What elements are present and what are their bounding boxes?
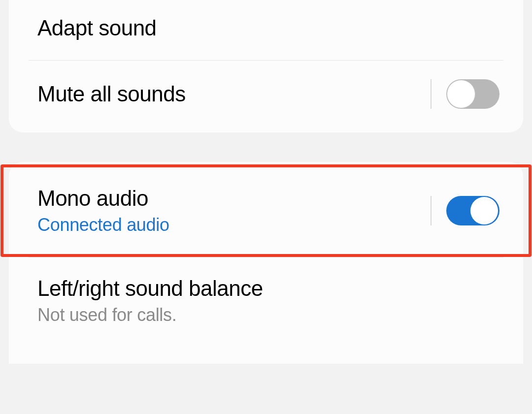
- mute-all-sounds-toggle[interactable]: [446, 79, 499, 109]
- toggle-knob: [447, 80, 475, 108]
- adapt-sound-title: Adapt sound: [37, 16, 499, 40]
- mono-audio-row[interactable]: Mono audio Connected audio: [3, 167, 529, 254]
- toggle-wrap: [431, 196, 499, 225]
- toggle-knob: [470, 196, 499, 225]
- vertical-divider: [431, 79, 432, 109]
- sound-balance-row[interactable]: Left/right sound balance Not used for ca…: [9, 257, 523, 344]
- row-content: Mute all sounds: [37, 82, 431, 106]
- mono-audio-title: Mono audio: [37, 186, 431, 211]
- mute-all-sounds-title: Mute all sounds: [37, 82, 431, 106]
- sound-balance-title: Left/right sound balance: [37, 276, 499, 301]
- settings-section-bottom: Mono audio Connected audio Left/right so…: [9, 162, 523, 364]
- mono-audio-subtitle: Connected audio: [37, 215, 431, 235]
- toggle-wrap: [431, 79, 499, 109]
- row-content: Left/right sound balance Not used for ca…: [37, 276, 499, 325]
- row-content: Adapt sound: [37, 16, 499, 40]
- vertical-divider: [431, 196, 432, 225]
- settings-section-top: Adapt sound Mute all sounds: [9, 0, 523, 132]
- adapt-sound-row[interactable]: Adapt sound: [9, 0, 523, 60]
- highlight-box: Mono audio Connected audio: [0, 164, 532, 257]
- mute-all-sounds-row[interactable]: Mute all sounds: [9, 61, 523, 127]
- sound-balance-subtitle: Not used for calls.: [37, 305, 499, 325]
- mono-audio-toggle[interactable]: [446, 196, 499, 225]
- row-content: Mono audio Connected audio: [37, 186, 431, 235]
